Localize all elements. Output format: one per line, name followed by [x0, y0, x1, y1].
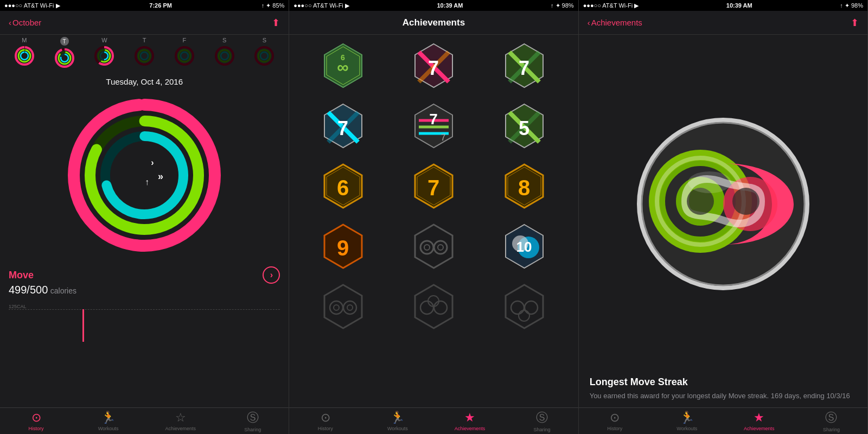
status-left-p1: ●●●○○ AT&T Wi-Fi ▶ [4, 2, 60, 9]
achievements-grid: ∞ 6 7 7 [289, 35, 578, 407]
tab-history-label-p3: History [607, 426, 622, 431]
svg-text:7: 7 [519, 57, 529, 79]
svg-text:8: 8 [518, 176, 530, 200]
day-wednesday[interactable]: W [94, 37, 114, 68]
badge-gold-6[interactable]: 6 [317, 162, 369, 213]
sharing-icon-p2: Ⓢ [536, 410, 548, 426]
day-tuesday[interactable]: T [54, 37, 75, 68]
tab-sharing-p3[interactable]: Ⓢ Sharing [795, 410, 867, 432]
tab-workouts-p3[interactable]: 🏃 Workouts [651, 411, 723, 431]
status-bar-p2: ●●●○○ AT&T Wi-Fi ▶ 10:39 AM ↑ ✦ 98% [289, 0, 578, 11]
tab-achievements-p2[interactable]: ★ Achievements [433, 411, 506, 431]
svg-point-77 [420, 241, 433, 254]
tab-sharing-label-p2: Sharing [534, 427, 551, 432]
badge-outline-2[interactable] [408, 282, 459, 334]
badge-outline-infinity[interactable] [408, 222, 459, 273]
day-label-s2: S [263, 37, 266, 43]
share-button-p1[interactable]: ⬆ [272, 17, 280, 29]
badge-outline-1[interactable] [317, 282, 369, 334]
history-icon-p2: ⊙ [321, 411, 330, 425]
svg-text:7: 7 [337, 117, 348, 139]
status-left-p3: ●●●○○ AT&T Wi-Fi ▶ [583, 2, 639, 9]
achievements-row-4: 9 10 [298, 222, 569, 273]
svg-text:10: 10 [516, 239, 532, 255]
svg-text:5: 5 [519, 117, 529, 139]
badge-gold-7[interactable]: 7 [408, 162, 459, 213]
achievements-icon-p2: ★ [464, 411, 475, 425]
achievements-row-1: ∞ 6 7 7 [298, 41, 569, 93]
svg-point-97 [519, 310, 529, 321]
badge-green-7[interactable]: 7 [499, 41, 550, 93]
svg-point-108 [688, 171, 731, 193]
badge-multi-7[interactable]: 7 7 [408, 101, 459, 153]
tab-sharing-p2[interactable]: Ⓢ Sharing [506, 410, 578, 432]
achievements-row-2: 7 7 7 5 [298, 101, 569, 153]
svg-point-89 [347, 305, 353, 310]
svg-point-95 [511, 301, 524, 314]
tab-history-p1[interactable]: ⊙ History [0, 411, 72, 431]
tab-sharing-p1[interactable]: Ⓢ Sharing [216, 410, 289, 432]
achievements-icon-p3: ★ [754, 411, 764, 425]
badge-blue-10[interactable]: 10 [499, 222, 550, 273]
svg-point-87 [343, 301, 356, 314]
badge-green-5[interactable]: 5 [499, 101, 550, 153]
day-saturday[interactable]: S [214, 37, 235, 68]
tab-history-p3[interactable]: ⊙ History [579, 411, 651, 431]
status-bar-p1: ●●●○○ AT&T Wi-Fi ▶ 7:26 PM ↑ ✦ 85% [0, 0, 289, 11]
tab-sharing-label-p1: Sharing [244, 427, 261, 432]
share-button-p3[interactable]: ⬆ [851, 17, 859, 29]
workouts-icon-p2: 🏃 [390, 411, 405, 425]
badge-green-infinity[interactable]: ∞ 6 [317, 41, 369, 93]
tab-bar-p2: ⊙ History 🏃 Workouts ★ Achievements Ⓢ Sh… [289, 407, 578, 434]
badge-pink-7[interactable]: 7 [408, 41, 459, 93]
badge-gold-8[interactable]: 8 [499, 162, 550, 213]
workouts-icon-p3: 🏃 [680, 411, 694, 425]
status-right-p3: ↑ ✦ 98% [840, 2, 863, 9]
svg-point-78 [434, 241, 447, 254]
big-badge-display [579, 35, 867, 368]
day-ring-w [94, 46, 114, 66]
tab-bar-p1: ⊙ History 🏃 Workouts ☆ Achievements Ⓢ Sh… [0, 407, 289, 434]
panel1-content: M T [0, 35, 289, 407]
activity-chart: 125CAL [0, 298, 289, 342]
day-label-th: T [143, 37, 146, 43]
day-label-w: W [101, 37, 107, 43]
status-time-p2: 10:39 AM [437, 2, 463, 9]
day-friday[interactable]: F [174, 37, 195, 68]
back-button-p1[interactable]: ‹ October [9, 18, 41, 27]
achievements-panel: ●●●○○ AT&T Wi-Fi ▶ 10:39 AM ↑ ✦ 98% Achi… [289, 0, 578, 434]
day-ring-f [174, 46, 195, 66]
svg-point-29 [260, 52, 268, 60]
day-sunday[interactable]: S [254, 37, 275, 68]
tab-achievements-p1[interactable]: ☆ Achievements [144, 411, 216, 431]
move-calories-value: 499/500 [9, 284, 48, 296]
panel3-content: Longest Move Streak You earned this awar… [579, 35, 867, 407]
achievement-detail-panel: ●●●○○ AT&T Wi-Fi ▶ 10:39 AM ↑ ✦ 98% ‹ Ac… [579, 0, 868, 434]
history-icon-p1: ⊙ [31, 411, 41, 425]
nav-bar-p2: Achievements [289, 11, 578, 35]
tab-workouts-p1[interactable]: 🏃 Workouts [72, 411, 144, 431]
tab-achievements-p3[interactable]: ★ Achievements [723, 411, 795, 431]
status-time-p3: 10:39 AM [726, 2, 752, 9]
svg-text:7: 7 [429, 111, 438, 127]
back-label-p1: October [12, 18, 41, 27]
tab-history-label-p1: History [29, 426, 44, 431]
day-label-t: T [60, 37, 69, 46]
move-detail-button[interactable]: › [263, 266, 280, 284]
svg-point-91 [420, 301, 433, 314]
day-thursday[interactable]: T [134, 37, 155, 68]
day-monday[interactable]: M [14, 37, 35, 68]
tab-history-p2[interactable]: ⊙ History [289, 411, 361, 431]
badge-cyan-7[interactable]: 7 [317, 101, 369, 153]
move-unit: calories [50, 286, 76, 295]
back-button-p3[interactable]: ‹ Achievements [588, 18, 642, 27]
tab-workouts-label-p2: Workouts [387, 426, 408, 431]
svg-point-80 [438, 245, 443, 250]
tab-workouts-p2[interactable]: 🏃 Workouts [361, 411, 433, 431]
achievement-description: You earned this award for your longest d… [590, 391, 857, 401]
day-ring-m [14, 46, 35, 66]
chevron-left-icon-p3: ‹ [588, 18, 590, 27]
badge-outline-3[interactable] [499, 282, 550, 334]
badge-orange-9[interactable]: 9 [317, 222, 369, 273]
chart-bar-current [82, 309, 84, 342]
